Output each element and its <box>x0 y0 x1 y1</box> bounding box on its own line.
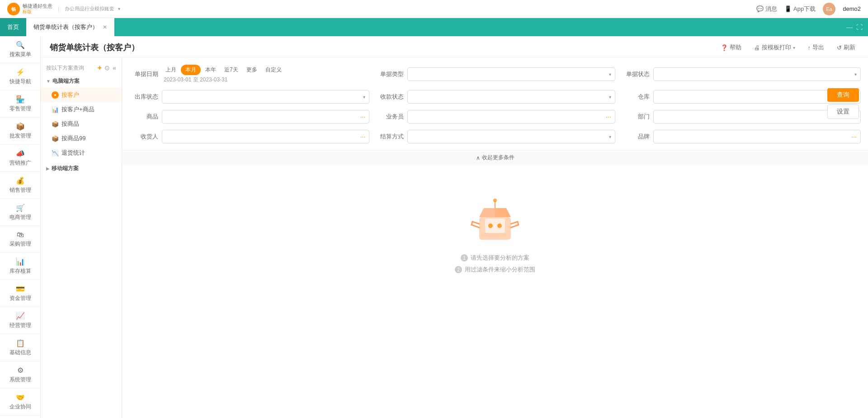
empty-state: 1 请先选择要分析的方案 2 用过滤条件来缩小分析范围 <box>129 165 861 301</box>
sidebar-item-finance[interactable]: 💳 资金管理 <box>0 280 40 307</box>
payment-arrow-icon: ▾ <box>609 134 611 139</box>
nav-section-desktop-header[interactable]: ▼ 电脑端方案 <box>41 75 122 88</box>
sidebar-item-purchase-label: 采购管理 <box>9 240 31 248</box>
export-btn[interactable]: ↑ 导出 <box>804 42 828 53</box>
filter-cell-staff: 业务员 ··· <box>375 110 615 124</box>
svg-point-8 <box>493 199 497 202</box>
sidebar-item-purchase[interactable]: 🛍 采购管理 <box>0 226 40 253</box>
tab-close-icon[interactable]: ✕ <box>103 24 107 30</box>
sidebar-item-enterprise[interactable]: 🤝 企业协同 <box>0 389 40 416</box>
settings-button[interactable]: 设置 <box>827 104 859 119</box>
nav-item-by-customer-goods[interactable]: 📊 按客户+商品 <box>41 102 122 117</box>
filter-row-4: 收货人 ··· 结算方式 ▾ <box>129 130 861 143</box>
nav-item-return-stat[interactable]: 📉 退货统计 <box>41 146 122 160</box>
bill-status-select[interactable]: ▾ <box>653 67 861 81</box>
sidebar-item-ecommerce[interactable]: 🛒 电商管理 <box>0 199 40 226</box>
sidebar-item-marketing[interactable]: 📣 营销推广 <box>0 145 40 172</box>
page-actions: ❓ 帮助 🖨 按模板打印 ▾ ↑ 导出 ↺ 刷新 <box>717 42 859 53</box>
desktop-section-arrow-icon: ▼ <box>46 79 51 84</box>
wholesale-icon: 📦 <box>16 122 25 131</box>
date-tab-last-month[interactable]: 上月 <box>162 65 180 75</box>
sidebar-item-inventory-label: 库存核算 <box>9 267 31 275</box>
out-status-arrow-icon: ▾ <box>363 95 365 100</box>
download-icon: 📱 <box>784 5 792 12</box>
sidebar-item-retail-mgmt[interactable]: 🏪 零售管理 <box>0 90 40 118</box>
breadcrumb-arrow-icon[interactable]: ▾ <box>118 6 120 11</box>
nav-item-by-goods-99[interactable]: 📦 按商品99 <box>41 131 122 146</box>
nav-item-by-customer[interactable]: ● 按客户 <box>41 88 122 102</box>
collapse-label: 收起更多条件 <box>482 154 514 162</box>
collapse-bar[interactable]: ∧ 收起更多条件 <box>122 150 868 165</box>
sidebar-item-sales-label: 销售管理 <box>9 186 31 194</box>
sidebar-item-system-label: 系统管理 <box>9 376 31 384</box>
mobile-section-arrow-icon: ▶ <box>46 166 50 171</box>
staff-input[interactable]: ··· <box>407 110 615 124</box>
out-status-select[interactable]: ▾ <box>162 90 369 104</box>
help-btn[interactable]: ❓ 帮助 <box>717 42 745 53</box>
payment-label: 结算方式 <box>375 133 404 141</box>
sidebar-item-sales-mgmt[interactable]: 💰 销售管理 <box>0 172 40 199</box>
sidebar-item-search-menu[interactable]: 🔍 搜索菜单 <box>0 36 40 63</box>
sidebar-item-basic-info[interactable]: 📋 基础信息 <box>0 334 40 361</box>
nav-collapse-btn[interactable]: « <box>113 64 116 71</box>
date-tab-this-year[interactable]: 本年 <box>202 65 220 75</box>
top-header: 畅 畅捷通好生意 标版 | 办公用品行业模拟账套 ▾ 💬 消息 📱 App下载 … <box>0 0 868 18</box>
filter-row-3: 商品 ··· 业务员 ··· <box>129 110 861 124</box>
recipient-input[interactable]: ··· <box>162 130 369 143</box>
app-download-btn[interactable]: 📱 App下载 <box>784 5 816 13</box>
nav-item-by-goods[interactable]: 📦 按商品 <box>41 117 122 131</box>
logo-text: 畅捷通好生意 标版 <box>23 3 52 14</box>
filter-cell-recipient: 收货人 ··· <box>129 130 369 143</box>
brand-input[interactable]: ··· <box>653 130 861 143</box>
sidebar-item-inventory[interactable]: 📊 库存核算 <box>0 253 40 280</box>
main-layout: 🔍 搜索菜单 ⚡ 快捷导航 🏪 零售管理 📦 批发管理 📣 营销推广 💰 销售管… <box>0 36 868 418</box>
goods-input[interactable]: ··· <box>162 110 369 124</box>
messages-btn[interactable]: 💬 消息 <box>756 5 777 13</box>
breadcrumb: 办公用品行业模拟账套 <box>65 5 114 12</box>
sidebar-item-operations-label: 经营管理 <box>9 322 31 329</box>
date-label: 单据日期 <box>129 70 158 78</box>
template-print-btn[interactable]: 🖨 按模板打印 ▾ <box>750 42 799 53</box>
sidebar-item-wholesale-mgmt[interactable]: 📦 批发管理 <box>0 118 40 145</box>
nav-add-btn[interactable]: + <box>98 64 102 72</box>
tab-minimize-icon[interactable]: — <box>846 24 853 31</box>
nav-item-by-customer-label: 按客户 <box>61 91 79 99</box>
sidebar-item-marketing-label: 营销推广 <box>9 159 31 167</box>
date-tab-last7[interactable]: 近7天 <box>221 65 242 75</box>
empty-hint-2: 2 用过滤条件来缩小分析范围 <box>455 266 535 274</box>
filter-panel: 单据日期 上月 本月 本年 近7天 更多 自定义 2023-03-01 至 20… <box>122 57 868 418</box>
tab-sales-stat[interactable]: 销货单统计表（按客户） ✕ <box>26 18 114 36</box>
payment-select[interactable]: ▾ <box>407 130 615 143</box>
nav-settings-btn[interactable]: ⊙ <box>104 64 110 71</box>
date-tab-more[interactable]: 更多 <box>243 65 261 75</box>
date-tab-this-month[interactable]: 本月 <box>181 65 201 75</box>
logo-area: 畅 畅捷通好生意 标版 <box>7 3 52 15</box>
logo-icon: 畅 <box>7 3 20 15</box>
sales-icon: 💰 <box>16 176 25 185</box>
sidebar-item-operations[interactable]: 📈 经营管理 <box>0 307 40 334</box>
filter-cell-out-status: 出库状态 ▾ <box>129 90 369 104</box>
sidebar-item-search-menu-label: 搜索菜单 <box>9 51 31 58</box>
sidebar-item-system[interactable]: ⚙ 系统管理 <box>0 361 40 389</box>
bill-type-arrow-icon: ▾ <box>609 72 611 77</box>
avatar[interactable]: Ea <box>823 3 835 15</box>
page-title: 销货单统计表（按客户） <box>50 42 139 53</box>
filter-cell-goods: 商品 ··· <box>129 110 369 124</box>
date-tab-custom[interactable]: 自定义 <box>262 65 285 75</box>
query-button[interactable]: 查询 <box>827 88 859 102</box>
sidebar-item-ecommerce-label: 电商管理 <box>9 214 31 221</box>
receipt-status-select[interactable]: ▾ <box>407 90 615 104</box>
tab-home[interactable]: 首页 <box>0 18 26 36</box>
by-goods-99-icon: 📦 <box>52 135 59 142</box>
filter-cell-receipt-status: 收款状态 ▾ <box>375 90 615 104</box>
bill-type-select[interactable]: ▾ <box>407 67 615 81</box>
goods-dots-icon: ··· <box>360 113 366 120</box>
empty-hint-num-1: 1 <box>461 254 468 261</box>
mobile-section-label: 移动端方案 <box>52 165 79 172</box>
nav-panel-title: 按以下方案查询 <box>46 64 84 72</box>
refresh-btn[interactable]: ↺ 刷新 <box>833 42 859 53</box>
tab-expand-icon[interactable]: ⛶ <box>856 24 863 31</box>
sidebar-item-quick-nav[interactable]: ⚡ 快捷导航 <box>0 63 40 90</box>
sidebar-item-newbie[interactable]: 🎯 新手引导 <box>0 416 40 418</box>
nav-section-mobile-header[interactable]: ▶ 移动端方案 <box>41 162 122 175</box>
